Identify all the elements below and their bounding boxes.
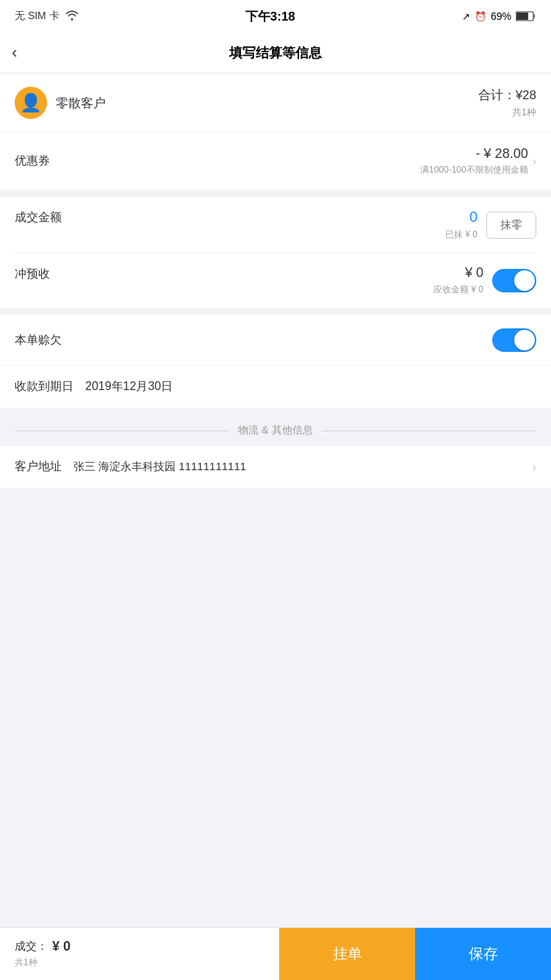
customer-name: 零散客户 [56,95,106,112]
address-row[interactable]: 客户地址 张三 海淀永丰科技园 11111111111 › [0,446,551,488]
location-icon: ↗ [462,11,470,22]
hang-button[interactable]: 挂单 [279,928,415,981]
prepayment-label: 冲预收 [15,265,50,282]
chevron-right-icon: › [533,155,536,168]
prepayment-row: 冲预收 ¥ 0 应收金额 ¥ 0 [15,253,536,308]
divider-line-right [322,430,536,431]
debt-toggle-row: 本单赊欠 [0,315,551,365]
address-value: 张三 海淀永丰科技园 11111111111 [73,460,533,474]
round-button[interactable]: 抹零 [486,212,536,239]
prepayment-value-col: ¥ 0 应收金额 ¥ 0 [433,265,483,296]
due-date-value[interactable]: 2019年12月30日 [85,379,173,394]
transaction-label: 成交金额 [15,209,62,226]
transaction-value-col: 0 已抹 ¥ 0 [445,209,478,241]
logistics-divider: 物流 & 其他信息 [0,415,551,446]
status-right: ↗ ⏰ 69% [462,10,536,22]
total-price: 合计：¥28 [478,87,536,104]
debt-toggle-knob [514,330,535,350]
svg-rect-1 [516,12,528,20]
coupon-label: 优惠券 [15,154,50,169]
status-left: 无 SIM 卡 [15,10,79,23]
wifi-icon [65,10,79,23]
transaction-amount-row: 成交金额 0 已抹 ¥ 0 抹零 [15,197,536,253]
status-time: 下午3:18 [245,8,295,25]
save-button[interactable]: 保存 [415,928,551,981]
customer-right: 合计：¥28 共1种 [478,87,536,119]
bottom-summary: 成交： ¥ 0 共1种 [0,939,279,969]
customer-row: 👤 零散客户 合计：¥28 共1种 [0,73,551,132]
amount-section: 成交金额 0 已抹 ¥ 0 抹零 冲预收 ¥ 0 应收金额 ¥ 0 [0,197,551,308]
battery-icon [516,11,536,21]
status-bar: 无 SIM 卡 下午3:18 ↗ ⏰ 69% [0,0,551,32]
bottom-count: 共1种 [15,956,264,969]
empty-space [0,488,551,635]
address-chevron-icon: › [533,461,536,474]
coupon-right-text: - ¥ 28.00 满1000-100不限制使用金额 [420,146,528,176]
prepayment-toggle[interactable] [492,269,536,292]
coupon-right: - ¥ 28.00 满1000-100不限制使用金额 › [420,146,536,176]
due-date-label: 收款到期日 [15,379,73,394]
deal-label: 成交： [15,940,48,954]
transaction-value[interactable]: 0 [445,209,478,226]
coupon-discount: - ¥ 28.00 [420,146,528,162]
nav-bar: ‹ 填写结算等信息 [0,32,551,73]
logistics-text: 物流 & 其他信息 [238,424,312,437]
person-icon: 👤 [20,93,42,113]
coupon-row[interactable]: 优惠券 - ¥ 28.00 满1000-100不限制使用金额 › [0,132,551,190]
transaction-sub: 已抹 ¥ 0 [445,228,478,241]
nav-title: 填写结算等信息 [229,44,322,62]
prepayment-value: ¥ 0 [433,265,483,281]
coupon-desc: 满1000-100不限制使用金额 [420,164,528,176]
address-label: 客户地址 [15,459,66,475]
prepayment-right: ¥ 0 应收金额 ¥ 0 [433,265,536,296]
debt-section: 本单赊欠 收款到期日 2019年12月30日 [0,315,551,408]
back-button[interactable]: ‹ [12,43,17,62]
sim-label: 无 SIM 卡 [15,10,60,23]
customer-left: 👤 零散客户 [15,87,106,119]
total-count: 共1种 [478,106,536,119]
address-right: › [533,461,536,474]
bottom-bar: 成交： ¥ 0 共1种 挂单 保存 [0,927,551,980]
toggle-knob [514,270,535,291]
divider-line-left [15,430,229,431]
debt-toggle[interactable] [492,328,536,352]
due-date-row: 收款到期日 2019年12月30日 [0,365,551,408]
prepayment-sub: 应收金额 ¥ 0 [433,284,483,296]
alarm-icon: ⏰ [475,11,486,22]
transaction-right: 0 已抹 ¥ 0 抹零 [445,209,536,241]
battery-label: 69% [491,10,511,22]
customer-section: 👤 零散客户 合计：¥28 共1种 优惠券 - ¥ 28.00 满1000-10… [0,73,551,190]
customer-avatar: 👤 [15,87,47,119]
deal-amount: ¥ 0 [52,939,71,954]
debt-label: 本单赊欠 [15,333,62,348]
bottom-deal: 成交： ¥ 0 [15,939,264,954]
